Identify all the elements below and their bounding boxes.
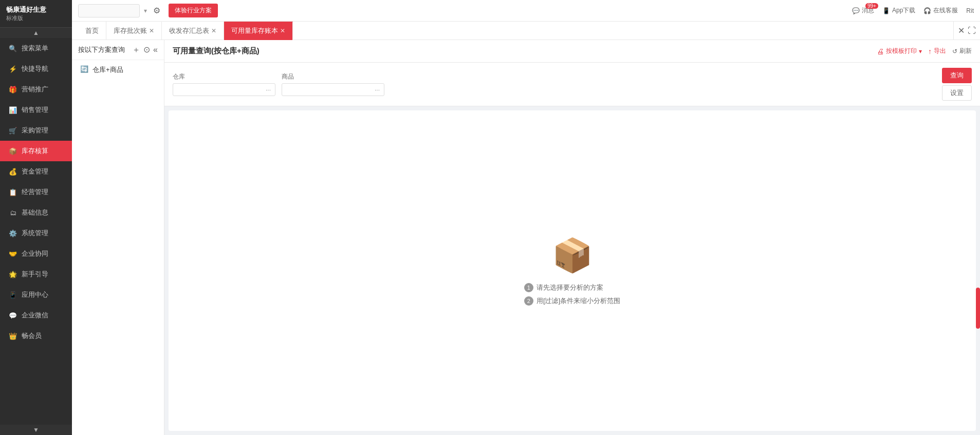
tabs-bar: 首页 库存批次账 ✕ 收发存汇总表 ✕ 可用量库存账本 ✕ ✕ ⛶ [72, 22, 980, 40]
refresh-button[interactable]: ↺ 刷新 [952, 47, 972, 55]
message-icon: 💬 [852, 7, 860, 14]
headset-icon: 🎧 [923, 7, 931, 14]
sidebar-item-wechat[interactable]: 💬 企业微信 [0, 305, 72, 326]
sidebar-item-inventory[interactable]: 📦 库存核算 [0, 141, 72, 161]
service-label: 在线客服 [933, 6, 958, 15]
sidebar-item-label-enterprise: 企业协同 [22, 249, 48, 258]
main-content: ▾ ⚙ 体验行业方案 💬 消息 99+ 📱 App下载 🎧 在线客服 Rit 首… [72, 0, 980, 435]
finance-icon: 💰 [8, 167, 17, 176]
sidebar-item-finance[interactable]: 💰 资金管理 [0, 161, 72, 182]
filter-action-btns: 查询 设置 [942, 68, 972, 101]
sidebar-item-label-newuser: 新手引导 [22, 270, 48, 279]
sidebar-item-label-operations: 经营管理 [22, 187, 48, 197]
tip-2-text: 用[过滤]条件来缩小分析范围 [537, 296, 620, 306]
topbar-gear-icon[interactable]: ⚙ [153, 6, 160, 15]
content-area: 按以下方案查询 ＋ ⊙ « 🔄 仓库+商品 可用量查询(按仓库+商品) 🖨 [72, 40, 980, 435]
query-button[interactable]: 查询 [942, 68, 972, 83]
left-panel-header: 按以下方案查询 ＋ ⊙ « [72, 40, 164, 60]
sidebar-item-marketing[interactable]: 🎁 营销推广 [0, 79, 72, 100]
sidebar-item-operations[interactable]: 📋 经营管理 [0, 182, 72, 202]
sidebar-logo-title: 畅康通好生意 [6, 5, 66, 14]
tab-batch-ledger[interactable]: 库存批次账 ✕ [106, 22, 162, 40]
topbar-trial-button[interactable]: 体验行业方案 [169, 4, 218, 17]
left-panel-action-btns: ＋ ⊙ « [132, 46, 158, 54]
empty-tip-2: 2 用[过滤]条件来缩小分析范围 [524, 296, 620, 306]
sidebar-item-label-wechat: 企业微信 [22, 311, 48, 320]
sidebar-item-search[interactable]: 🔍 搜索菜单 [0, 38, 72, 59]
tabs-expand-icon[interactable]: ⛶ [968, 26, 976, 35]
topbar-service[interactable]: 🎧 在线客服 [923, 6, 958, 15]
sidebar-item-basics[interactable]: 🗂 基础信息 [0, 202, 72, 223]
filter-warehouse-input[interactable] [177, 86, 264, 93]
page-title: 可用量查询(按仓库+商品) [173, 46, 260, 56]
tabs-close-all-icon[interactable]: ✕ [958, 27, 965, 35]
sidebar-scroll-up[interactable]: ▲ [0, 28, 72, 38]
topbar-chevron-icon[interactable]: ▾ [144, 7, 147, 14]
sidebar-logo: 畅康通好生意 标准版 [0, 0, 72, 28]
right-scrollbar[interactable] [976, 288, 980, 329]
tab-close-available-qty[interactable]: ✕ [280, 27, 285, 34]
filter-bar: 仓库 ··· 商品 ··· 查询 设置 [164, 63, 980, 106]
topbar-search-input[interactable] [78, 4, 140, 17]
search-icon: 🔍 [8, 44, 17, 53]
sidebar-item-system[interactable]: ⚙️ 系统管理 [0, 223, 72, 243]
enterprise-icon: 🤝 [8, 249, 17, 258]
sidebar-item-label-basics: 基础信息 [22, 208, 48, 217]
sidebar-item-label-marketing: 营销推广 [22, 85, 48, 94]
left-panel-collapse-icon[interactable]: « [153, 46, 158, 54]
tab-close-recv-summary[interactable]: ✕ [211, 27, 216, 34]
tab-home[interactable]: 首页 [78, 22, 106, 40]
quicknav-icon: ⚡ [8, 64, 17, 73]
sidebar-item-enterprise[interactable]: 🤝 企业协同 [0, 243, 72, 264]
print-button[interactable]: 🖨 按模板打印 ▾ [877, 47, 922, 55]
print-chevron-icon[interactable]: ▾ [919, 48, 922, 55]
export-label: 导出 [934, 47, 946, 55]
tab-recv-summary[interactable]: 收发存汇总表 ✕ [162, 22, 224, 40]
left-panel-settings-icon[interactable]: ⊙ [143, 46, 150, 54]
left-panel-item-warehouse-goods[interactable]: 🔄 仓库+商品 [72, 60, 164, 80]
tab-close-batch-ledger[interactable]: ✕ [149, 27, 154, 34]
topbar: ▾ ⚙ 体验行业方案 💬 消息 99+ 📱 App下载 🎧 在线客服 Rit [72, 0, 980, 22]
left-panel-add-icon[interactable]: ＋ [132, 46, 140, 54]
filter-goods-field: 商品 ··· [282, 72, 384, 96]
right-content: 可用量查询(按仓库+商品) 🖨 按模板打印 ▾ ↑ 导出 ↺ 刷新 [164, 40, 980, 435]
member-icon: 👑 [8, 331, 17, 341]
filter-goods-more[interactable]: ··· [375, 86, 380, 93]
tip-1-text: 请先选择要分析的方案 [537, 283, 603, 292]
empty-tip-1: 1 请先选择要分析的方案 [524, 283, 620, 292]
topbar-message[interactable]: 💬 消息 99+ [852, 6, 874, 15]
sidebar-item-label-member: 畅会员 [22, 331, 42, 341]
sidebar-scroll-down[interactable]: ▼ [0, 425, 72, 435]
basics-icon: 🗂 [8, 208, 17, 217]
topbar-user[interactable]: Rit [966, 7, 974, 14]
sidebar-item-quicknav[interactable]: ⚡ 快捷导航 [0, 59, 72, 79]
sidebar-item-purchase[interactable]: 🛒 采购管理 [0, 120, 72, 141]
sidebar-item-member[interactable]: 👑 畅会员 [0, 326, 72, 346]
sidebar-item-label-appcenter: 应用中心 [22, 290, 48, 299]
empty-tips: 1 请先选择要分析的方案 2 用[过滤]条件来缩小分析范围 [524, 283, 620, 306]
sidebar-item-sales[interactable]: 📊 销售管理 [0, 100, 72, 120]
filter-warehouse-input-wrap: ··· [173, 83, 275, 96]
empty-illustration: 📦 [552, 236, 593, 275]
tip-1-number: 1 [524, 283, 533, 292]
sidebar-item-appcenter[interactable]: 📱 应用中心 [0, 285, 72, 305]
newuser-icon: 🌟 [8, 270, 17, 279]
sidebar-item-label-finance: 资金管理 [22, 167, 48, 176]
filter-warehouse-more[interactable]: ··· [266, 86, 271, 93]
sidebar-item-label-quicknav: 快捷导航 [22, 64, 48, 73]
sidebar-item-label-purchase: 采购管理 [22, 126, 48, 135]
export-button[interactable]: ↑ 导出 [928, 47, 946, 55]
filter-settings-button[interactable]: 设置 [942, 85, 972, 101]
sidebar-item-label-system: 系统管理 [22, 229, 48, 238]
filter-warehouse-label: 仓库 [173, 72, 275, 81]
sidebar-nav: 🔍 搜索菜单 ⚡ 快捷导航 🎁 营销推广 📊 销售管理 🛒 采购管理 📦 库存核… [0, 38, 72, 425]
left-panel-title: 按以下方案查询 [78, 45, 125, 54]
left-panel: 按以下方案查询 ＋ ⊙ « 🔄 仓库+商品 [72, 40, 164, 435]
tab-available-qty[interactable]: 可用量库存账本 ✕ [224, 22, 293, 40]
purchase-icon: 🛒 [8, 126, 17, 135]
sidebar-item-newuser[interactable]: 🌟 新手引导 [0, 264, 72, 285]
filter-goods-input[interactable] [286, 86, 373, 93]
topbar-app-download[interactable]: 📱 App下载 [882, 6, 915, 15]
print-label: 按模板打印 [886, 47, 917, 55]
filter-goods-input-wrap: ··· [282, 83, 384, 96]
